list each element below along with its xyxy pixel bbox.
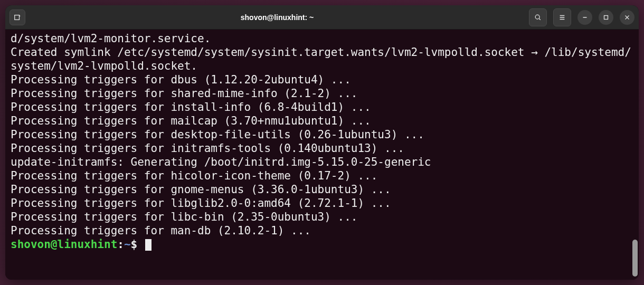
terminal-line: Processing triggers for hicolor-icon-the… xyxy=(11,169,377,182)
window-title: shovon@linuxhint: ~ xyxy=(25,13,529,22)
prompt-user-host: shovon@linuxhint xyxy=(11,238,117,251)
terminal-window: shovon@linuxhint: ~ xyxy=(5,5,639,280)
prompt-symbol: $ xyxy=(131,238,138,251)
search-icon xyxy=(534,14,542,21)
new-tab-button[interactable] xyxy=(10,10,25,25)
prompt-path: ~ xyxy=(124,238,131,251)
terminal-output[interactable]: d/system/lvm2-monitor.service. Created s… xyxy=(5,30,639,280)
svg-rect-0 xyxy=(15,15,20,20)
close-button[interactable] xyxy=(620,10,634,25)
terminal-line: Processing triggers for gnome-menus (3.3… xyxy=(11,183,391,196)
terminal-line: Processing triggers for shared-mime-info… xyxy=(11,87,357,100)
terminal-line: Processing triggers for install-info (6.… xyxy=(11,101,371,113)
terminal-line: d/system/lvm2-monitor.service. xyxy=(11,32,211,45)
scrollbar-track[interactable] xyxy=(631,31,638,278)
hamburger-menu-button[interactable] xyxy=(553,8,571,26)
new-tab-icon xyxy=(14,14,21,21)
terminal-line: Processing triggers for desktop-file-uti… xyxy=(11,128,424,141)
titlebar: shovon@linuxhint: ~ xyxy=(5,5,639,30)
prompt-colon: : xyxy=(117,238,124,251)
terminal-line: Processing triggers for mailcap (3.70+nm… xyxy=(11,115,371,127)
svg-rect-9 xyxy=(604,15,608,19)
svg-line-4 xyxy=(539,18,541,20)
maximize-button[interactable] xyxy=(599,10,613,25)
minimize-icon xyxy=(581,14,589,21)
search-button[interactable] xyxy=(529,8,547,26)
terminal-line: Processing triggers for initramfs-tools … xyxy=(11,142,404,155)
terminal-line: Processing triggers for libc-bin (2.35-0… xyxy=(11,211,357,223)
close-icon xyxy=(623,14,631,21)
titlebar-left xyxy=(10,10,25,25)
svg-point-3 xyxy=(535,15,539,19)
hamburger-icon xyxy=(558,14,566,21)
terminal-line: Created symlink /etc/systemd/system/sysi… xyxy=(11,46,631,72)
terminal-line: Processing triggers for dbus (1.12.20-2u… xyxy=(11,73,351,86)
terminal-line: Processing triggers for man-db (2.10.2-1… xyxy=(11,224,311,237)
terminal-line: update-initramfs: Generating /boot/initr… xyxy=(11,156,431,168)
cursor xyxy=(145,239,151,251)
titlebar-right xyxy=(529,8,634,26)
maximize-icon xyxy=(602,14,610,21)
terminal-line: Processing triggers for libglib2.0-0:amd… xyxy=(11,197,391,210)
scrollbar-thumb[interactable] xyxy=(632,240,638,277)
minimize-button[interactable] xyxy=(577,10,592,25)
